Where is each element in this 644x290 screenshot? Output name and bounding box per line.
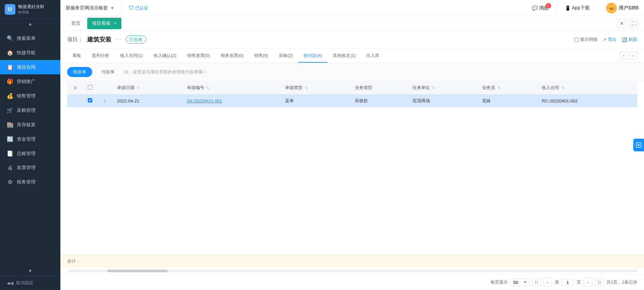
message-button[interactable]: 💬 消息 1 bbox=[532, 5, 548, 11]
page-prev-btn[interactable]: ‹ bbox=[543, 278, 552, 287]
unpin-label: 取消固定 bbox=[16, 280, 34, 286]
filter-note: 注：这里是与项目关联的全部收付款单哦～ bbox=[124, 69, 207, 75]
page-first-btn[interactable]: ⟨⟨ bbox=[532, 278, 541, 287]
subtabs-next[interactable]: › bbox=[629, 52, 637, 60]
refresh-button[interactable]: 🔄 刷新 bbox=[622, 37, 637, 43]
sidebar-nav: 🔍 搜索菜单 🏠 快捷导航 📋 项目合同 🎁 营销推广 💰 销售管理 🛒 采购管… bbox=[0, 28, 60, 266]
subtab-receipt[interactable]: 收付款(4) bbox=[298, 49, 327, 63]
hscrollbar-thumb[interactable] bbox=[107, 270, 168, 272]
row-checkbox[interactable] bbox=[88, 98, 92, 102]
warehouse-icon: 🏬 bbox=[7, 122, 13, 128]
settings-icon[interactable]: ⚙ bbox=[73, 85, 77, 90]
topbar: 新服务官网演示账套 ▼ 🛡 已认证 💬 消息 1 📱 App下载 🐱 用户335… bbox=[60, 0, 644, 16]
sidebar-scroll-down[interactable]: ▼ bbox=[0, 266, 60, 276]
user-menu[interactable]: 🐱 用户3355 bbox=[606, 3, 639, 13]
sidebar-unpin[interactable]: ◀◀ 取消固定 bbox=[0, 276, 60, 290]
subtab-other-expense[interactable]: 其他收支(1) bbox=[327, 49, 361, 63]
sidebar-item-project[interactable]: 📋 项目合同 bbox=[0, 60, 60, 74]
app-download-button[interactable]: 📱 App下载 bbox=[565, 5, 590, 11]
export-button[interactable]: ↗ 导出 bbox=[603, 37, 616, 43]
tab-close-button[interactable]: × bbox=[114, 20, 117, 26]
subtab-purchase[interactable]: 采购(2) bbox=[273, 49, 298, 63]
sidebar-item-quick[interactable]: 🏠 快捷导航 bbox=[0, 46, 60, 60]
th-settings[interactable]: ⚙ bbox=[67, 81, 84, 94]
shield-icon: 🛡 bbox=[128, 5, 134, 11]
page-last-btn[interactable]: ⟩⟩ bbox=[595, 278, 604, 287]
sidebar-item-tax[interactable]: ⚙ 税务管理 bbox=[0, 175, 60, 189]
float-edit-button[interactable] bbox=[633, 139, 644, 151]
sidebar-item-inventory[interactable]: 🏬 库存核算 bbox=[0, 118, 60, 132]
summary-label: 合计： bbox=[67, 258, 80, 264]
filter-payment-btn[interactable]: 付款单 bbox=[96, 67, 121, 77]
ledger-icon: 📑 bbox=[7, 150, 13, 157]
sidebar-item-purchase[interactable]: 🛒 采购管理 bbox=[0, 103, 60, 118]
table-header: ⚙ 单据日期 ⇅ 单据编号 ⇅ bbox=[67, 81, 637, 94]
sidebar-item-ledger[interactable]: 📑 总账管理 bbox=[0, 146, 60, 161]
page-content: 项目： 建筑安装 ··· 已生效 显示明细 ↗ 导出 🔄 刷新 bbox=[60, 31, 644, 290]
receipt-code-link[interactable]: SK-20220421-001 bbox=[187, 98, 222, 103]
td-partner: 宏茂商场 bbox=[409, 94, 478, 107]
subtab-income-confirm[interactable]: 收入确认(2) bbox=[148, 49, 182, 63]
tab-home[interactable]: 首页 bbox=[66, 18, 86, 29]
page-size-label: 每页显示 bbox=[490, 279, 508, 285]
td-num: 1 bbox=[96, 94, 113, 107]
subtab-kanban[interactable]: 看板 bbox=[67, 49, 87, 63]
phone-icon: 📱 bbox=[565, 5, 571, 11]
sidebar-item-sales[interactable]: 💰 销售管理 bbox=[0, 89, 60, 103]
th-date[interactable]: 单据日期 ⇅ bbox=[113, 81, 183, 94]
sidebar-scroll-up[interactable]: ▲ bbox=[0, 19, 60, 28]
subtab-sales[interactable]: 销售(0) bbox=[249, 49, 274, 63]
table-row[interactable]: 1 2022-04-21 SK-20220421-001 蓝单 应收款 bbox=[67, 94, 637, 107]
project-title: 建筑安装 bbox=[87, 35, 111, 44]
show-detail-checkbox[interactable] bbox=[574, 38, 579, 42]
subtab-income-contract[interactable]: 收入合同(1) bbox=[115, 49, 148, 63]
tab-close-window[interactable]: ✕ bbox=[617, 19, 627, 28]
th-checkbox[interactable] bbox=[84, 81, 96, 94]
sidebar-item-invoice[interactable]: 🖨 发票管理 bbox=[0, 161, 60, 175]
tax-icon: ⚙ bbox=[7, 179, 13, 185]
sort-date-icon: ⇅ bbox=[137, 86, 140, 90]
page-next-btn[interactable]: › bbox=[584, 278, 592, 287]
topbar-divider2 bbox=[556, 4, 557, 12]
workspace-selector[interactable]: 新服务官网演示账套 ▼ bbox=[66, 5, 115, 11]
project-header-right: 显示明细 ↗ 导出 🔄 刷新 bbox=[574, 37, 637, 43]
sidebar-item-search[interactable]: 🔍 搜索菜单 bbox=[0, 31, 60, 46]
th-type[interactable]: 单据类型 ⇅ bbox=[281, 81, 351, 94]
th-partner[interactable]: 往来单位 ⇅ bbox=[409, 81, 478, 94]
sidebar-item-finance[interactable]: 🔄 资金管理 bbox=[0, 132, 60, 146]
receipts-table: ⚙ 单据日期 ⇅ 单据编号 ⇅ bbox=[67, 81, 637, 107]
tab-expand-window[interactable]: ⛶ bbox=[629, 19, 639, 28]
td-salesperson: 龙妹 bbox=[478, 94, 538, 107]
project-more-button[interactable]: ··· bbox=[115, 37, 122, 43]
subtab-profit[interactable]: 盈利分析 bbox=[87, 49, 115, 63]
sidebar-label-tax: 税务管理 bbox=[17, 179, 36, 185]
total-info: 共1页，1条记录 bbox=[606, 279, 637, 285]
finance-icon: 🔄 bbox=[7, 136, 13, 142]
td-code[interactable]: SK-20220421-001 bbox=[183, 94, 281, 107]
subtab-tax-invoice[interactable]: 税务发票(0) bbox=[215, 49, 249, 63]
subtab-inout[interactable]: 出入库 bbox=[361, 49, 385, 63]
select-all-checkbox[interactable] bbox=[88, 85, 92, 89]
topbar-divider3 bbox=[598, 4, 598, 12]
unpin-icon: ◀◀ bbox=[7, 281, 13, 286]
pagination: 每页显示 50 10 20 100 ⟨⟨ ‹ 第 页 › ⟩⟩ 共1页，1条记录 bbox=[60, 274, 644, 290]
page-number-input[interactable] bbox=[562, 279, 574, 286]
hscrollbar[interactable] bbox=[67, 270, 637, 272]
project-icon: 📋 bbox=[7, 64, 13, 70]
subtabs-prev[interactable]: ‹ bbox=[620, 52, 628, 60]
tab-project-board[interactable]: 项目看板 × bbox=[87, 18, 121, 29]
td-checkbox[interactable] bbox=[84, 94, 96, 107]
page-size-select[interactable]: 50 10 20 100 bbox=[511, 279, 529, 286]
user-label: 用户3355 bbox=[619, 5, 639, 11]
sidebar-item-marketing[interactable]: 🎁 营销推广 bbox=[0, 74, 60, 89]
th-salesperson[interactable]: 业务员 ⇅ bbox=[478, 81, 538, 94]
page-suffix: 页 bbox=[577, 279, 581, 285]
page-label: 第 bbox=[555, 279, 559, 285]
th-income-contract[interactable]: 收入合同 ⇅ bbox=[538, 81, 637, 94]
th-code[interactable]: 单据编号 ⇅ bbox=[183, 81, 281, 94]
filter-receipt-btn[interactable]: 收款单 bbox=[67, 67, 92, 77]
sidebar-label-purchase: 采购管理 bbox=[17, 107, 36, 114]
subtab-sales-invoice[interactable]: 销售发票(0) bbox=[182, 49, 215, 63]
refresh-icon: 🔄 bbox=[622, 37, 627, 42]
show-detail-toggle[interactable]: 显示明细 bbox=[574, 37, 597, 43]
